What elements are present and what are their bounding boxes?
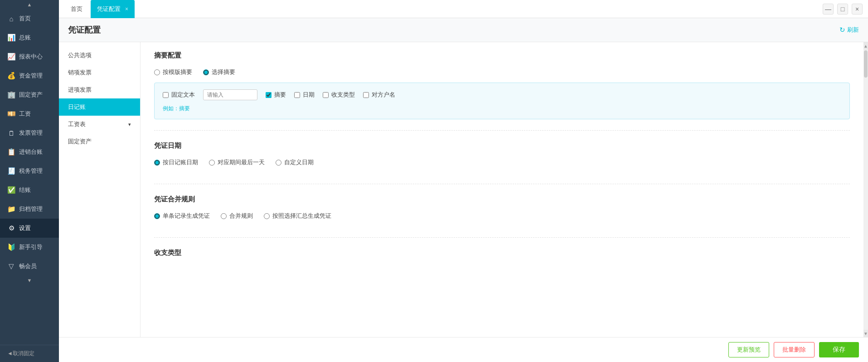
checkbox-counterparty-input[interactable] [363, 92, 369, 98]
sidebar-item-fund-management[interactable]: 💰 资金管理 [0, 66, 59, 85]
membership-icon: ▽ [7, 262, 15, 270]
nav-fixed-assets-label: 固定资产 [68, 137, 92, 146]
radio-template-summary[interactable]: 按模版摘要 [154, 68, 192, 76]
radio-aggregate-label: 按照选择汇总生成凭证 [272, 212, 331, 220]
nav-item-fixed-assets[interactable]: 固定资产 [59, 133, 140, 150]
tax-icon: 🧾 [7, 167, 15, 175]
sidebar-item-general-ledger[interactable]: 📊 总账 [0, 28, 59, 47]
batch-delete-button[interactable]: 批量删除 [774, 342, 815, 357]
refresh-button[interactable]: ↻ 刷新 [839, 26, 859, 34]
checkbox-fixed-input[interactable] [163, 92, 169, 98]
radio-aggregate[interactable]: 按照选择汇总生成凭证 [264, 212, 331, 220]
radio-aggregate-input[interactable] [264, 213, 270, 219]
sidebar-item-checkout[interactable]: ✅ 结账 [0, 181, 59, 200]
tab-voucher-config[interactable]: 凭证配置 × [91, 0, 135, 18]
radio-journal-date[interactable]: 按日记账日期 [154, 158, 198, 166]
close-tab-icon[interactable]: × [125, 6, 128, 12]
guide-icon: 🔰 [7, 243, 15, 251]
sidebar-item-fixed-assets[interactable]: 🏢 固定资产 [0, 85, 59, 104]
purchase-sales-icon: 📋 [7, 148, 15, 156]
checkbox-summary-input[interactable] [266, 92, 272, 98]
radio-merge-input[interactable] [221, 213, 227, 219]
save-button[interactable]: 保存 [819, 342, 859, 357]
sidebar-scroll-up[interactable]: ▲ [0, 0, 59, 9]
checkbox-type-label: 收支类型 [331, 91, 355, 99]
sidebar-item-home[interactable]: ⌂ 首页 [0, 9, 59, 28]
receipt-type-title: 收支类型 [154, 249, 850, 257]
salary-icon: 💴 [7, 110, 15, 118]
radio-last-day[interactable]: 对应期间最后一天 [209, 158, 265, 166]
checkbox-fixed-label: 固定文本 [171, 91, 195, 99]
radio-select-input[interactable] [203, 69, 209, 75]
sidebar-item-archive[interactable]: 📁 归档管理 [0, 200, 59, 219]
scroll-up-arrow[interactable]: ▲ [863, 42, 868, 49]
summary-checkbox-row: 固定文本 摘要 日期 [163, 89, 841, 100]
sidebar-item-label: 固定资产 [19, 91, 43, 99]
invoice-icon: 🗒 [7, 129, 15, 137]
page-content: 凭证配置 ↻ 刷新 公共选项 销项发票 进项发票 日记账 [59, 18, 868, 362]
sidebar-item-membership[interactable]: ▽ 畅会员 [0, 257, 59, 276]
maximize-button[interactable]: □ [837, 4, 848, 15]
sidebar-item-settings[interactable]: ⚙ 设置 [0, 219, 59, 238]
checkbox-date[interactable]: 日期 [294, 91, 315, 99]
sidebar-item-label: 税务管理 [19, 167, 43, 175]
radio-journal-date-label: 按日记账日期 [163, 158, 198, 166]
nav-sales-invoice-label: 销项发票 [68, 68, 92, 77]
checkbox-type[interactable]: 收支类型 [323, 91, 355, 99]
general-ledger-icon: 📊 [7, 34, 15, 42]
section-voucher-date: 凭证日期 按日记账日期 对应期间最后一天 自定义日期 [154, 142, 850, 184]
sidebar-item-salary[interactable]: 💴 工资 [0, 104, 59, 123]
refresh-label: 刷新 [847, 26, 859, 34]
merge-rules-title: 凭证合并规则 [154, 195, 850, 204]
sidebar-item-guide[interactable]: 🔰 新手引导 [0, 238, 59, 257]
checkbox-date-input[interactable] [294, 92, 300, 98]
checkbox-counterparty[interactable]: 对方户名 [363, 91, 395, 99]
fixed-text-input[interactable] [203, 89, 257, 100]
checkbox-summary[interactable]: 摘要 [266, 91, 286, 99]
sidebar-item-tax[interactable]: 🧾 税务管理 [0, 161, 59, 181]
nav-item-purchase-invoice[interactable]: 进项发票 [59, 81, 140, 98]
radio-select-summary[interactable]: 选择摘要 [203, 68, 235, 76]
nav-journal-label: 日记账 [68, 103, 86, 111]
radio-single-record[interactable]: 单条记录生成凭证 [154, 212, 210, 220]
sidebar-scroll-down[interactable]: ▼ [0, 276, 59, 285]
sidebar-item-label: 归档管理 [19, 205, 43, 213]
checkbox-type-input[interactable] [323, 92, 329, 98]
sidebar-item-label: 发票管理 [19, 129, 43, 137]
sidebar-item-label: 设置 [19, 224, 31, 232]
sidebar-unpin-button[interactable]: ◄取消固定 [0, 345, 59, 362]
nav-item-journal[interactable]: 日记账 [59, 98, 140, 116]
bottom-bar: 更新预览 批量删除 保存 [59, 337, 868, 362]
section-summary-config: 摘要配置 按模版摘要 选择摘要 [154, 51, 850, 131]
sidebar-item-invoice[interactable]: 🗒 发票管理 [0, 123, 59, 142]
scroll-down-arrow[interactable]: ▼ [863, 330, 868, 337]
nav-item-public[interactable]: 公共选项 [59, 47, 140, 64]
minimize-button[interactable]: — [823, 4, 834, 15]
radio-custom-date[interactable]: 自定义日期 [276, 158, 314, 166]
radio-template-input[interactable] [154, 69, 160, 75]
checkbox-fixed-text[interactable]: 固定文本 [163, 91, 195, 99]
tab-home[interactable]: 首页 [64, 0, 89, 18]
left-nav: 公共选项 销项发票 进项发票 日记账 工资表 ▾ 固定资产 [59, 42, 141, 337]
scroll-thumb[interactable] [864, 50, 868, 78]
radio-merge-rule[interactable]: 合并规则 [221, 212, 253, 220]
fixed-assets-icon: 🏢 [7, 91, 15, 99]
sidebar-item-report-center[interactable]: 📈 报表中心 [0, 47, 59, 66]
unpin-label: ◄取消固定 [7, 350, 34, 357]
nav-item-sales-invoice[interactable]: 销项发票 [59, 64, 140, 81]
radio-last-day-input[interactable] [209, 160, 215, 166]
tab-bar: 首页 凭证配置 × — □ × [59, 0, 868, 18]
sidebar-item-purchase-sales[interactable]: 📋 进销台账 [0, 142, 59, 161]
close-button[interactable]: × [852, 4, 863, 15]
checkbox-date-label: 日期 [303, 91, 315, 99]
radio-single-input[interactable] [154, 213, 160, 219]
nav-item-payroll[interactable]: 工资表 ▾ [59, 116, 140, 133]
scroll-track: ▲ ▼ [863, 42, 868, 337]
home-icon: ⌂ [7, 15, 15, 23]
sidebar-item-label: 畅会员 [19, 262, 37, 270]
sidebar-item-label: 工资 [19, 110, 31, 118]
radio-custom-date-input[interactable] [276, 160, 281, 166]
nav-payroll-label: 工资表 [68, 120, 86, 128]
radio-journal-date-input[interactable] [154, 160, 160, 166]
update-preview-button[interactable]: 更新预览 [728, 342, 769, 357]
